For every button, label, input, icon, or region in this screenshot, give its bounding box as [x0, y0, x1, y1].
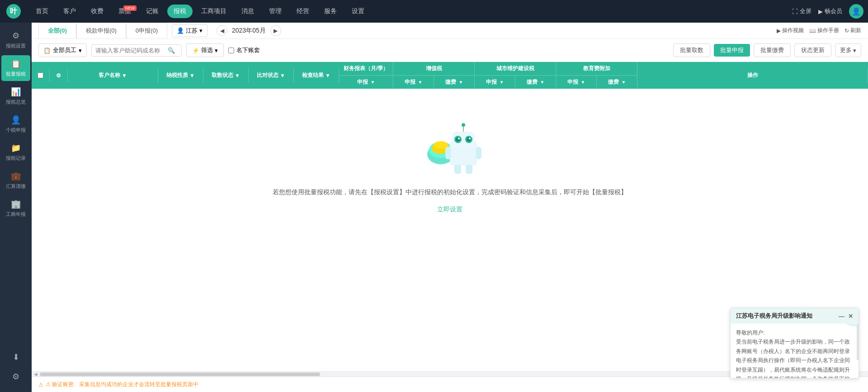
sidebar-item-tax-records[interactable]: 📁 报税记录 [1, 139, 30, 165]
batch-fetch-button[interactable]: 批量取数 [673, 43, 710, 57]
individual-tax-icon: 👤 [11, 115, 21, 125]
compare-filter-icon[interactable]: ▼ [280, 72, 285, 79]
svg-rect-19 [454, 165, 461, 174]
app-logo[interactable]: 叶 [5, 2, 23, 20]
urban-declare-filter-icon[interactable]: ▼ [500, 80, 504, 85]
notification-scrollbar[interactable] [857, 324, 859, 360]
next-month-button[interactable]: ▶ [270, 25, 281, 36]
search-input[interactable] [95, 47, 168, 54]
sidebar-item-annual-settlement[interactable]: 💼 汇算清缴 [1, 167, 30, 193]
batch-pay-button[interactable]: 批量缴费 [754, 43, 791, 57]
nav-tax[interactable]: 报税 [167, 5, 193, 18]
download-icon: ⬇ [11, 352, 21, 362]
svg-rect-20 [466, 165, 472, 174]
region-icon: 👤 [177, 27, 184, 34]
svg-rect-18 [476, 147, 481, 159]
status-update-button[interactable]: 状态更新 [794, 43, 831, 57]
svg-point-12 [467, 137, 471, 142]
tab-all[interactable]: 全部(0) [38, 23, 76, 38]
refresh-button[interactable]: ↻ 刷新 [844, 27, 861, 34]
member-button[interactable]: ▶ 畅会员 [818, 7, 842, 15]
config-icon: ⚙ [11, 372, 21, 382]
th-urban: 城市维护建设税 申报 ▼ 缴费 ▼ [475, 62, 556, 89]
th-settings: ⚙ [50, 62, 68, 89]
th-check-result: 检查结果 ▼ [294, 62, 339, 89]
nav-client[interactable]: 客户 [57, 5, 82, 18]
setup-link[interactable]: 立即设置 [437, 206, 462, 214]
edu-pay-filter-icon[interactable]: ▼ [622, 80, 626, 85]
tax-overview-icon: 📊 [11, 87, 21, 97]
prev-month-button[interactable]: ◀ [217, 25, 227, 36]
svg-point-14 [469, 138, 471, 139]
th-tax-nature: 纳税性质 ▼ [158, 62, 203, 89]
fin-filter-icon[interactable]: ▼ [370, 80, 375, 85]
notification-close-button[interactable]: ✕ [848, 313, 853, 320]
vat-declare-filter-icon[interactable]: ▼ [418, 80, 423, 85]
nav-menu: 首页 客户 收费 票据 NEW 记账 报税 工商项目 消息 管理 经营 服务 设… [29, 5, 792, 18]
account-checkbox-label[interactable]: 名下账套 [228, 46, 260, 54]
nav-settings[interactable]: 设置 [345, 5, 371, 18]
select-all-checkbox[interactable] [38, 72, 43, 78]
check-filter-icon[interactable]: ▼ [325, 72, 330, 79]
video-icon: ▶ [777, 28, 781, 34]
nav-accounting[interactable]: 记账 [140, 5, 165, 18]
scroll-thumb[interactable] [40, 373, 320, 376]
th-vat: 增值税 申报 ▼ 缴费 ▼ [393, 62, 475, 89]
nav-billing[interactable]: 收费 [85, 5, 110, 18]
tab-tax-declare[interactable]: 税款申报(0) [76, 23, 126, 38]
sidebar-config[interactable]: ⚙ [1, 368, 30, 385]
employee-icon: 📋 [43, 47, 51, 54]
sidebar-item-annual-report[interactable]: 🏢 工商年报 [1, 196, 30, 221]
scroll-left-arrow[interactable]: ◀ [34, 372, 38, 377]
fullscreen-icon: ⛶ [792, 8, 798, 15]
nav-invoice[interactable]: 票据 NEW [112, 5, 137, 18]
fullscreen-button[interactable]: ⛶ 全屏 [792, 7, 811, 15]
batch-declare-button[interactable]: 批量申报 [714, 44, 750, 57]
sidebar-item-batch-tax[interactable]: 📋 批量报税 [1, 55, 30, 81]
member-icon: ▶ [818, 8, 823, 15]
tab-group: 全部(0) 税款申报(0) 0申报(0) [38, 23, 167, 38]
account-checkbox[interactable] [228, 48, 234, 53]
more-button[interactable]: 更多 ▾ [835, 43, 861, 57]
sidebar: ⚙ 报税设置 📋 批量报税 📊 报税总览 👤 个税申报 📁 报税记录 💼 汇算清… [0, 23, 32, 392]
toolbar: 📋 全部员工 ▾ 🔍 ⚡ 筛选 ▾ 名下账套 [32, 39, 868, 62]
settings-icon[interactable]: ⚙ [56, 72, 61, 79]
vat-pay-filter-icon[interactable]: ▼ [459, 80, 463, 85]
op-buttons: ▶ 操作视频 📖 操作手册 ↻ 刷新 [777, 27, 861, 34]
sidebar-item-individual-tax[interactable]: 👤 个税申报 [1, 111, 30, 137]
notification-minimize-button[interactable]: — [839, 313, 844, 320]
table-body: 若您想使用批量报税功能，请先在【报税设置】中进行报税的初始化设置，完成密码验证和… [32, 89, 868, 241]
table-header: ⚙ 客户名称 ▼ 纳税性质 ▼ [32, 62, 868, 89]
fetch-status-filter-icon[interactable]: ▼ [235, 72, 240, 79]
warning-icon: ⚠ [38, 382, 43, 388]
filter-button[interactable]: ⚡ 筛选 ▾ [186, 43, 224, 57]
nav-home[interactable]: 首页 [29, 5, 55, 18]
dropdown-icon: ▾ [79, 47, 82, 54]
nav-business[interactable]: 工商项目 [195, 5, 233, 18]
refresh-icon: ↻ [844, 28, 849, 34]
nav-manage[interactable]: 管理 [263, 5, 288, 18]
nav-operation[interactable]: 经营 [290, 5, 316, 18]
edu-declare-filter-icon[interactable]: ▼ [581, 80, 585, 85]
region-selector[interactable]: 👤 江苏 ▾ [172, 24, 208, 37]
tax-settings-icon: ⚙ [11, 31, 21, 41]
th-education: 教育费附加 申报 ▼ 缴费 ▼ [556, 62, 637, 89]
bottom-hint: ⚠ ⚠ 验证账密、采集信息均成功的企业才会流转至批量报税页面中 [32, 377, 868, 392]
sidebar-download[interactable]: ⬇ [1, 349, 30, 366]
operation-manual-button[interactable]: 📖 操作手册 [809, 27, 839, 34]
tab-zero-declare[interactable]: 0申报(0) [126, 23, 167, 38]
tax-nature-filter-icon[interactable]: ▼ [189, 72, 195, 79]
employee-select[interactable]: 📋 全部员工 ▾ [38, 43, 87, 57]
nav-message[interactable]: 消息 [235, 5, 260, 18]
client-filter-icon[interactable]: ▼ [122, 72, 127, 79]
svg-point-13 [458, 138, 460, 139]
th-checkbox [32, 62, 50, 89]
avatar[interactable]: 👤 [849, 4, 863, 19]
nav-service[interactable]: 服务 [318, 5, 343, 18]
sidebar-item-tax-settings[interactable]: ⚙ 报税设置 [1, 27, 30, 53]
urban-pay-filter-icon[interactable]: ▼ [540, 80, 545, 85]
sidebar-bottom: ⬇ ⚙ [1, 349, 30, 392]
robot-illustration [416, 116, 484, 179]
sidebar-item-tax-overview[interactable]: 📊 报税总览 [1, 83, 30, 109]
operation-video-button[interactable]: ▶ 操作视频 [777, 27, 804, 34]
